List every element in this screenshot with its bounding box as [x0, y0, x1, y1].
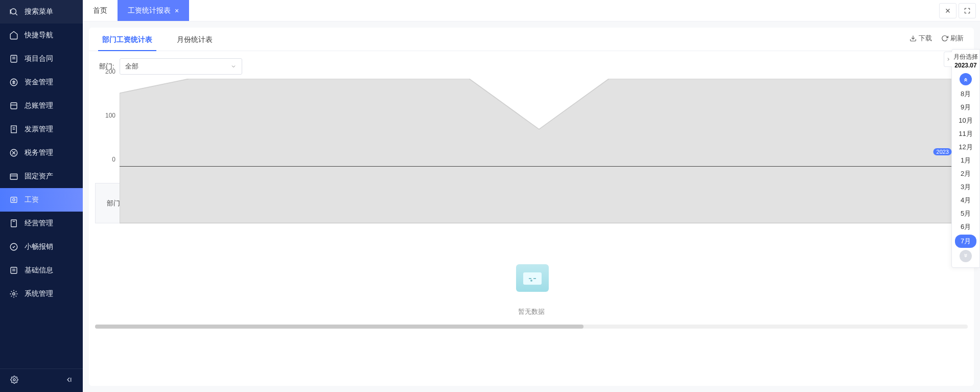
sidebar-item-label: 项目合同 — [25, 54, 53, 63]
svg-rect-17 — [11, 220, 17, 227]
home-icon — [9, 31, 18, 40]
baseinfo-icon — [9, 266, 18, 275]
filter-row: 部门: 全部 — [89, 51, 974, 79]
svg-point-24 — [13, 379, 15, 381]
asset-icon — [9, 172, 18, 181]
sidebar-item-label: 快捷导航 — [25, 31, 53, 40]
tab[interactable]: 首页 — [83, 0, 118, 21]
subtab[interactable]: 月份统计表 — [173, 35, 217, 51]
month-option[interactable]: 4月 — [952, 194, 979, 207]
sidebar-item-system[interactable]: 系统管理 — [0, 282, 83, 306]
close-icon[interactable]: × — [175, 7, 179, 14]
month-option[interactable]: 5月 — [952, 207, 979, 220]
month-down-button[interactable] — [960, 250, 972, 262]
month-option[interactable]: 7月 — [955, 235, 976, 248]
sidebar-item-contract[interactable]: 项目合同 — [0, 47, 83, 71]
horizontal-scrollbar[interactable] — [95, 325, 968, 329]
sidebar: 搜索菜单快捷导航项目合同资金管理总账管理发票管理税务管理固定资产工资经营管理小畅… — [0, 0, 83, 392]
svg-point-23 — [13, 293, 15, 295]
ledger-icon — [9, 101, 18, 110]
department-select[interactable]: 全部 — [120, 58, 242, 75]
month-option[interactable]: 2月 — [952, 167, 979, 180]
sidebar-item-label: 固定资产 — [25, 172, 53, 181]
svg-rect-7 — [11, 103, 17, 109]
month-option[interactable]: 9月 — [952, 101, 979, 114]
subtabs: 部门工资统计表月份统计表 下载 刷新 — [89, 28, 974, 51]
sidebar-item-business[interactable]: 经营管理 — [0, 212, 83, 235]
close-all-tabs-button[interactable] — [939, 3, 956, 18]
sidebar-item-tax[interactable]: 税务管理 — [0, 141, 83, 165]
sidebar-item-search[interactable]: 搜索菜单 — [0, 0, 83, 24]
tab[interactable]: 工资统计报表× — [118, 0, 189, 21]
invoice-icon — [9, 125, 18, 134]
sidebar-item-label: 小畅报销 — [25, 242, 53, 251]
y-tick: 100 — [98, 112, 115, 119]
business-icon — [9, 219, 18, 228]
month-option[interactable]: 1月 — [952, 154, 979, 167]
svg-point-0 — [11, 9, 16, 14]
money-icon — [9, 78, 18, 87]
tabbar: 首页工资统计报表× — [83, 0, 980, 21]
year-badge: 2023 — [934, 148, 952, 155]
page-card: 部门工资统计表月份统计表 下载 刷新 部门: 全部 0100200 部门人数应发… — [89, 28, 974, 386]
month-picker: 月份选择 2023.07 8月9月10月11月12月20231月2月3月4月5月… — [951, 49, 980, 268]
search-icon — [9, 7, 18, 16]
y-tick: 0 — [98, 156, 115, 163]
month-picker-current: 2023.07 — [953, 61, 978, 70]
sidebar-item-ledger[interactable]: 总账管理 — [0, 94, 83, 118]
svg-rect-15 — [11, 197, 17, 203]
sidebar-item-invoice[interactable]: 发票管理 — [0, 118, 83, 141]
sidebar-item-label: 总账管理 — [25, 101, 53, 110]
system-icon — [9, 289, 18, 298]
month-option[interactable]: 6月 — [952, 220, 979, 234]
tax-icon — [9, 148, 18, 157]
sidebar-item-label: 税务管理 — [25, 148, 53, 157]
svg-rect-20 — [11, 267, 17, 273]
month-picker-title: 月份选择 — [953, 53, 978, 61]
subtab[interactable]: 部门工资统计表 — [98, 35, 156, 51]
sidebar-item-label: 发票管理 — [25, 125, 53, 134]
empty-icon — [501, 244, 562, 300]
sidebar-footer — [0, 368, 83, 392]
fullscreen-button[interactable] — [959, 3, 976, 18]
sidebar-item-money[interactable]: 资金管理 — [0, 71, 83, 94]
sidebar-item-label: 基础信息 — [25, 266, 53, 275]
tab-label: 工资统计报表 — [128, 6, 171, 15]
svg-line-1 — [15, 13, 17, 15]
sidebar-item-label: 搜索菜单 — [25, 7, 53, 16]
month-option[interactable]: 3月 — [952, 180, 979, 194]
sidebar-item-label: 经营管理 — [25, 219, 53, 228]
month-picker-toggle[interactable] — [944, 52, 952, 67]
svg-rect-13 — [10, 174, 17, 180]
chart: 0100200 — [89, 79, 974, 176]
sidebar-item-label: 系统管理 — [25, 289, 53, 298]
sidebar-item-baseinfo[interactable]: 基础信息 — [0, 259, 83, 282]
sidebar-item-home[interactable]: 快捷导航 — [0, 24, 83, 47]
month-option[interactable]: 10月 — [952, 114, 979, 127]
sidebar-item-label: 资金管理 — [25, 78, 53, 87]
sidebar-item-asset[interactable]: 固定资产 — [0, 165, 83, 188]
main: 首页工资统计报表× 部门工资统计表月份统计表 下载 刷新 部门: 全部 0100… — [83, 0, 980, 392]
contract-icon — [9, 54, 18, 63]
collapse-icon[interactable] — [64, 376, 73, 385]
salary-icon — [9, 195, 18, 204]
sidebar-item-label: 工资 — [25, 195, 39, 204]
refresh-button[interactable]: 刷新 — [941, 34, 964, 43]
svg-point-16 — [13, 199, 15, 201]
month-up-button[interactable] — [960, 73, 972, 85]
download-button[interactable]: 下载 — [909, 34, 932, 43]
y-tick: 200 — [98, 68, 115, 75]
reimburse-icon — [9, 242, 18, 251]
sidebar-item-reimburse[interactable]: 小畅报销 — [0, 235, 83, 259]
settings-icon[interactable] — [10, 376, 18, 385]
month-option[interactable]: 12月2023 — [952, 141, 979, 154]
sidebar-item-salary[interactable]: 工资 — [0, 188, 83, 212]
month-option[interactable]: 8月 — [952, 87, 979, 101]
month-option[interactable]: 11月 — [952, 127, 979, 141]
tab-label: 首页 — [93, 6, 107, 15]
